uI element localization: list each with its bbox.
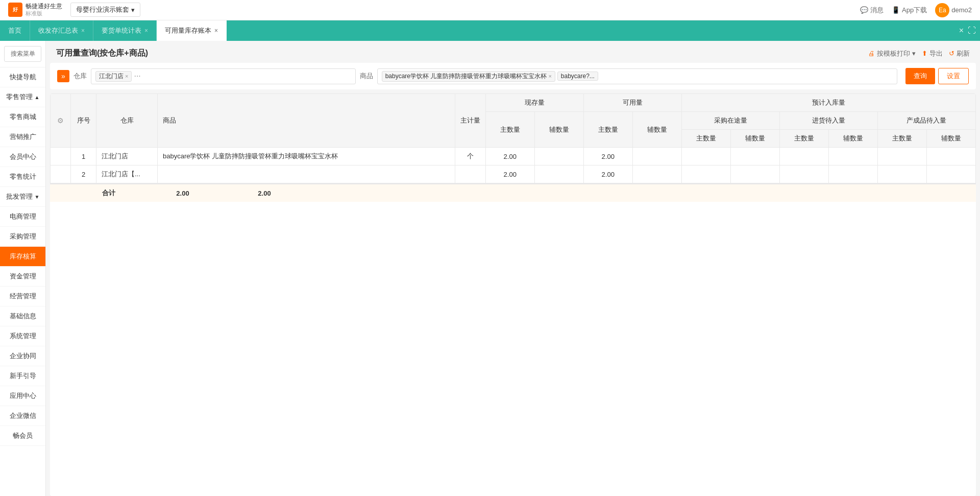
sidebar-item-ecommerce[interactable]: 电商管理 — [0, 207, 45, 227]
sidebar-item-operations[interactable]: 经营管理 — [0, 287, 45, 306]
th-production-main: 主数量 — [877, 130, 926, 148]
product-tag-0: babycare学饮杯 儿童防摔防撞吸管杯重力球吸嘴杯宝宝水杯 × — [382, 71, 555, 82]
cell-purchase-aux — [730, 148, 779, 166]
sidebar-item-basic-info[interactable]: 基础信息 — [0, 306, 45, 326]
sidebar-item-quick-nav[interactable]: 快捷导航 — [0, 67, 45, 87]
settings-button[interactable]: 设置 — [938, 68, 969, 84]
user-avatar[interactable]: Ea demo2 — [935, 3, 972, 17]
tab-receipt-summary[interactable]: 收发存汇总表 × — [30, 20, 93, 41]
tab-close-all-icon[interactable]: × — [959, 26, 964, 35]
th-stock-aux: 辅数量 — [534, 112, 583, 148]
cell-avail-main: 2.00 — [583, 166, 632, 183]
refresh-button[interactable]: ↺ 刷新 — [949, 49, 970, 58]
th-unit: 主计量 — [455, 94, 485, 148]
industry-selector[interactable]: 母婴行业演示账套 ▾ — [70, 3, 140, 17]
message-button[interactable]: 💬 消息 — [860, 6, 884, 15]
th-settings: ⚙ — [51, 94, 71, 148]
th-available-main: 主数量 — [583, 112, 632, 148]
cell-incoming-aux — [828, 166, 877, 183]
print-chevron-icon: ▾ — [912, 50, 916, 57]
sidebar-item-member-center[interactable]: 会员中心 — [0, 147, 45, 167]
tab-order-stats[interactable]: 要货单统计表 × — [93, 20, 157, 41]
logo-text: 畅捷通好生意 — [26, 3, 62, 10]
sidebar-item-app-center[interactable]: 应用中心 — [0, 386, 45, 406]
cell-incoming-main — [779, 148, 828, 166]
tab-order-stats-close[interactable]: × — [144, 27, 148, 34]
product-filter-input[interactable]: babycare学饮杯 儿童防摔防撞吸管杯重力球吸嘴杯宝宝水杯 × babyca… — [377, 68, 897, 84]
warehouse-tag-close-0[interactable]: × — [125, 73, 128, 79]
cell-no: 1 — [71, 148, 96, 166]
cell-no: 2 — [71, 166, 96, 183]
sidebar-item-inventory[interactable]: 库存核算 — [0, 247, 45, 267]
logo-text-area: 畅捷通好生意 标准版 — [26, 3, 62, 17]
tab-order-stats-label: 要货单统计表 — [102, 26, 141, 35]
logo-sub: 标准版 — [26, 10, 62, 17]
warehouse-more-icon[interactable]: ··· — [134, 72, 140, 81]
tab-receipt-summary-close[interactable]: × — [81, 27, 85, 34]
print-icon: 🖨 — [868, 50, 875, 57]
top-bar-right: 💬 消息 📱 App下载 Ea demo2 — [860, 3, 972, 17]
sidebar-item-enterprise-wechat[interactable]: 企业微信 — [0, 406, 45, 426]
export-button[interactable]: ⬆ 导出 — [922, 49, 943, 58]
tab-available-stock-close[interactable]: × — [214, 27, 218, 34]
sidebar-item-retail-stats[interactable]: 零售统计 — [0, 167, 45, 187]
cell-avail-aux — [632, 166, 681, 183]
content-area: 可用量查询(按仓库+商品) 🖨 按模板打印 ▾ ⬆ 导出 ↺ 刷新 » — [46, 41, 980, 496]
main-layout: 搜索菜单 快捷导航 零售管理 ▲ 零售商城 营销推广 会员中心 零售统计 批发管… — [0, 41, 980, 496]
cell-warehouse: 江北门店【... — [96, 166, 158, 183]
th-expected-group: 预计入库量 — [681, 94, 975, 112]
cell-unit: 个 — [455, 148, 485, 166]
th-incoming-group: 进货待入量 — [779, 112, 877, 130]
th-available-aux: 辅数量 — [632, 112, 681, 148]
footer-values: 2.00 2.00 — [162, 190, 971, 197]
product-label: 商品 — [360, 72, 373, 81]
sidebar-item-enterprise[interactable]: 企业协同 — [0, 346, 45, 366]
sidebar-search-area: 搜索菜单 — [0, 41, 45, 67]
table-scroll-wrapper[interactable]: ⚙ 序号 仓库 商品 主计量 现存量 可用量 预计入库量 主数量 — [50, 93, 976, 183]
cell-stock-main: 2.00 — [485, 166, 534, 183]
th-incoming-aux: 辅数量 — [828, 130, 877, 148]
page-title: 可用量查询(按仓库+商品) — [56, 48, 148, 59]
sidebar-item-retail-mgmt[interactable]: 零售管理 ▲ — [0, 87, 45, 107]
tab-bar-actions: × ⛶ — [955, 20, 980, 41]
th-purchase-group: 采购在途量 — [681, 112, 779, 130]
filter-actions: 查询 设置 — [905, 68, 969, 84]
cell-production-main — [877, 166, 926, 183]
tab-available-stock[interactable]: 可用量库存账本 × — [157, 20, 227, 41]
sidebar-item-system-mgmt[interactable]: 系统管理 — [0, 326, 45, 346]
warehouse-filter-input[interactable]: 江北门店 × ··· — [91, 68, 356, 84]
th-stock-group: 现存量 — [485, 94, 583, 112]
sidebar-item-finance[interactable]: 资金管理 — [0, 267, 45, 287]
app-download-button[interactable]: 📱 App下载 — [892, 6, 927, 15]
top-bar: 好 畅捷通好生意 标准版 母婴行业演示账套 ▾ 💬 消息 📱 App下载 Ea … — [0, 0, 980, 20]
cell-production-main — [877, 148, 926, 166]
cell-purchase-main — [681, 166, 730, 183]
query-button[interactable]: 查询 — [905, 68, 935, 84]
th-production-aux: 辅数量 — [926, 130, 975, 148]
sidebar-item-retail-mall[interactable]: 零售商城 — [0, 107, 45, 127]
tab-available-stock-label: 可用量库存账本 — [165, 26, 211, 35]
filter-expand-button[interactable]: » — [57, 70, 69, 82]
product-tag-close-0[interactable]: × — [548, 73, 551, 79]
footer-avail-aux — [285, 190, 326, 197]
footer-stock-main: 2.00 — [162, 190, 203, 197]
sidebar-item-new-guide[interactable]: 新手引导 — [0, 366, 45, 386]
search-menu-button[interactable]: 搜索菜单 — [4, 46, 41, 62]
refresh-icon: ↺ — [949, 50, 954, 57]
print-button[interactable]: 🖨 按模板打印 ▾ — [868, 49, 916, 58]
warehouse-label: 仓库 — [74, 72, 87, 81]
cell-production-aux — [926, 148, 975, 166]
th-warehouse: 仓库 — [96, 94, 158, 148]
cell-settings — [51, 148, 71, 166]
sidebar: 搜索菜单 快捷导航 零售管理 ▲ 零售商城 营销推广 会员中心 零售统计 批发管… — [0, 41, 46, 496]
sidebar-item-vip[interactable]: 畅会员 — [0, 426, 45, 446]
gear-icon[interactable]: ⚙ — [57, 116, 64, 125]
filter-bar: » 仓库 江北门店 × ··· 商品 babycare学饮杯 儿童防摔防撞吸管杯… — [50, 63, 976, 89]
page-header-actions: 🖨 按模板打印 ▾ ⬆ 导出 ↺ 刷新 — [868, 49, 970, 58]
sidebar-item-marketing[interactable]: 营销推广 — [0, 127, 45, 147]
tab-fullscreen-icon[interactable]: ⛶ — [968, 26, 976, 35]
sidebar-item-wholesale-mgmt[interactable]: 批发管理 ▼ — [0, 187, 45, 207]
sidebar-item-purchase-mgmt[interactable]: 采购管理 — [0, 227, 45, 247]
cell-production-aux — [926, 166, 975, 183]
tab-home[interactable]: 首页 — [0, 20, 30, 41]
